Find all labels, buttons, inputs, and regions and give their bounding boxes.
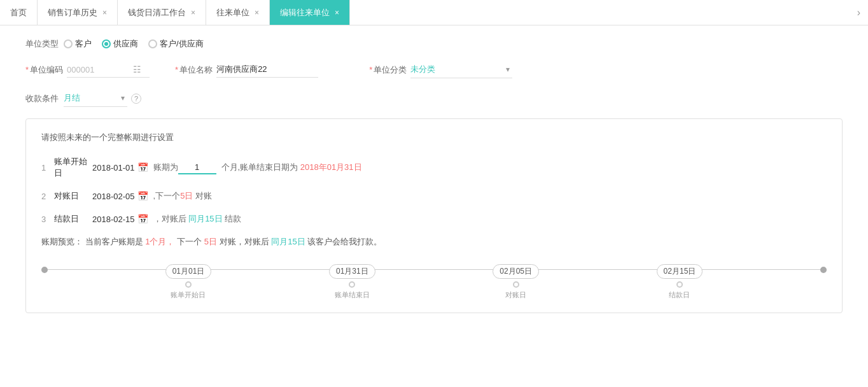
unit-type-label: 单位类型 <box>25 38 59 50</box>
radio-customer-supplier-label: 客户/供应商 <box>160 38 204 50</box>
tab-sales-order-history-label: 销售订单历史 <box>48 7 97 18</box>
tab-home-label: 首页 <box>10 7 27 18</box>
period-row-2-num: 2 <box>41 192 54 201</box>
payment-condition-dropdown[interactable]: 月结 ▾ <box>64 90 127 107</box>
timeline-end-dot <box>820 267 827 273</box>
period-row-1: 1 账单开始日 2018-01-01 📅 账期为 个月,账单结束日期为 2018… <box>41 156 827 179</box>
timeline-pill-4: 02月15日 <box>657 264 703 279</box>
timeline-sublabel-3: 对账日 <box>505 290 526 300</box>
unit-name-label: 单位名称 <box>179 64 213 76</box>
preview-highlight-2: 5日 <box>204 237 217 246</box>
unit-code-input[interactable] <box>67 65 130 74</box>
period-row-3-label: 结款日 <box>54 213 92 225</box>
period-row-1-month-input[interactable] <box>178 161 216 174</box>
period-row-3: 3 结款日 2018-02-15 📅 ，对账后 同月15日 结款 <box>41 213 827 225</box>
unit-category-group: * 单位分类 未分类 ▾ <box>369 61 512 78</box>
period-row-1-desc-suffix: 个月,账单结束日期为 2018年01月31日 <box>221 162 362 173</box>
unit-category-arrow: ▾ <box>506 65 510 74</box>
unit-code-field[interactable]: ☷ <box>67 62 150 78</box>
unit-name-group: * 单位名称 <box>175 62 318 78</box>
period-row-2-cal-icon[interactable]: 📅 <box>137 191 148 201</box>
period-row-2-desc: ,下一个5日 对账 <box>153 190 212 202</box>
timeline: 01月01日 账单开始日 01月31日 账单结束日 02月05日 对账日 <box>41 258 827 300</box>
unit-category-star: * <box>369 65 372 74</box>
period-row-2-date-value: 2018-02-05 <box>92 192 135 201</box>
period-row-2: 2 对账日 2018-02-05 📅 ,下一个5日 对账 <box>41 190 827 202</box>
tabs-chevron[interactable]: › <box>850 7 868 18</box>
tab-sales-order-history[interactable]: 销售订单历史 × <box>38 0 118 25</box>
period-row-1-desc-prefix: 账期为 <box>153 162 178 173</box>
period-row-3-date-value: 2018-02-15 <box>92 215 135 224</box>
timeline-dot-4 <box>676 281 683 288</box>
tab-partner-unit-label: 往来单位 <box>216 7 249 18</box>
preview-text-3: 对账，对账后 <box>220 237 272 246</box>
period-row-3-highlight: 同月15日 <box>188 214 222 223</box>
tab-partner-unit-close[interactable]: × <box>255 8 259 17</box>
timeline-pill-2: 01月31日 <box>329 264 375 279</box>
payment-condition-help-icon[interactable]: ? <box>131 94 141 104</box>
preview-highlight-3: 同月15日 <box>271 237 305 246</box>
radio-customer-supplier[interactable]: 客户/供应商 <box>148 38 204 50</box>
period-row-3-cal-icon[interactable]: 📅 <box>137 214 148 224</box>
timeline-pill-1: 01月01日 <box>165 264 212 279</box>
radio-supplier[interactable]: 供应商 <box>102 38 138 50</box>
tab-edit-partner-unit-label: 编辑往来单位 <box>280 7 330 18</box>
timeline-point-1: 01月01日 账单开始日 <box>165 264 212 300</box>
period-row-2-highlight: 5日 <box>180 191 193 201</box>
period-row-2-date-field: 2018-02-05 📅 <box>92 191 148 201</box>
radio-supplier-circle <box>102 39 111 48</box>
tab-edit-partner-unit-close[interactable]: × <box>335 8 339 17</box>
preview-label: 账期预览： <box>41 237 83 246</box>
timeline-sublabel-2: 账单结束日 <box>335 290 370 300</box>
period-row-1-date-value: 2018-01-01 <box>92 163 135 172</box>
tab-partner-unit[interactable]: 往来单位 × <box>206 0 270 25</box>
period-row-1-label: 账单开始日 <box>54 156 92 179</box>
unit-name-input[interactable] <box>216 62 318 78</box>
radio-supplier-label: 供应商 <box>113 38 138 50</box>
payment-condition-arrow: ▾ <box>121 94 125 102</box>
preview-text-1: 当前客户账期是 <box>85 237 143 246</box>
tab-sales-order-history-close[interactable]: × <box>102 8 107 17</box>
radio-customer[interactable]: 客户 <box>64 38 92 50</box>
preview-text-2: 下一个 <box>177 237 202 246</box>
timeline-start-dot <box>41 267 48 273</box>
unit-info-row: * 单位编码 ☷ * 单位名称 * 单位分类 未分类 ▾ <box>25 61 843 78</box>
unit-category-label: 单位分类 <box>374 64 407 76</box>
unit-category-value: 未分类 <box>410 64 503 75</box>
timeline-end <box>820 267 827 276</box>
period-row-1-cal-icon[interactable]: 📅 <box>137 162 148 172</box>
tab-cash-reconciliation-label: 钱货日清工作台 <box>128 7 186 18</box>
period-row-1-date-field: 2018-01-01 📅 <box>92 162 148 172</box>
timeline-start <box>41 267 48 276</box>
timeline-point-4: 02月15日 结款日 <box>657 264 703 300</box>
timeline-pill-3: 02月05日 <box>493 264 539 279</box>
unit-type-radio-group: 客户 供应商 客户/供应商 <box>64 38 204 50</box>
preview-text-4: 该客户会给我打款。 <box>307 237 382 246</box>
tab-edit-partner-unit[interactable]: 编辑往来单位 × <box>270 0 350 25</box>
period-settings-title: 请按照未来的一个完整帐期进行设置 <box>41 132 827 143</box>
preview-text: 账期预览： 当前客户账期是 1个月， 下一个 5日 对账，对账后 同月15日 该… <box>41 236 827 248</box>
unit-code-label: 单位编码 <box>30 64 63 76</box>
unit-name-star: * <box>175 65 178 74</box>
radio-customer-circle <box>64 39 73 48</box>
tab-cash-reconciliation-close[interactable]: × <box>191 8 195 17</box>
timeline-dot-3 <box>513 281 519 288</box>
unit-code-star: * <box>25 65 29 74</box>
timeline-dot-1 <box>185 281 192 288</box>
unit-category-dropdown[interactable]: 未分类 ▾ <box>410 61 512 78</box>
timeline-sublabel-4: 结款日 <box>669 290 690 300</box>
period-row-3-num: 3 <box>41 215 54 224</box>
timeline-point-3: 02月05日 对账日 <box>493 264 539 300</box>
radio-customer-label: 客户 <box>75 38 92 50</box>
radio-customer-supplier-circle <box>148 39 157 48</box>
timeline-dot-2 <box>349 281 355 288</box>
main-content: 单位类型 客户 供应商 客户/供应商 * 单位编码 ☷ <box>0 25 868 387</box>
unit-code-group: * 单位编码 ☷ <box>25 62 150 78</box>
tab-home[interactable]: 首页 <box>0 0 38 25</box>
timeline-sublabel-1: 账单开始日 <box>171 290 206 300</box>
payment-condition-value: 月结 <box>64 92 118 104</box>
timeline-point-2: 01月31日 账单结束日 <box>329 264 375 300</box>
tab-cash-reconciliation[interactable]: 钱货日清工作台 × <box>118 0 206 25</box>
period-row-3-date-field: 2018-02-15 📅 <box>92 214 148 224</box>
tabs-bar: 首页 销售订单历史 × 钱货日清工作台 × 往来单位 × 编辑往来单位 × › <box>0 0 868 25</box>
